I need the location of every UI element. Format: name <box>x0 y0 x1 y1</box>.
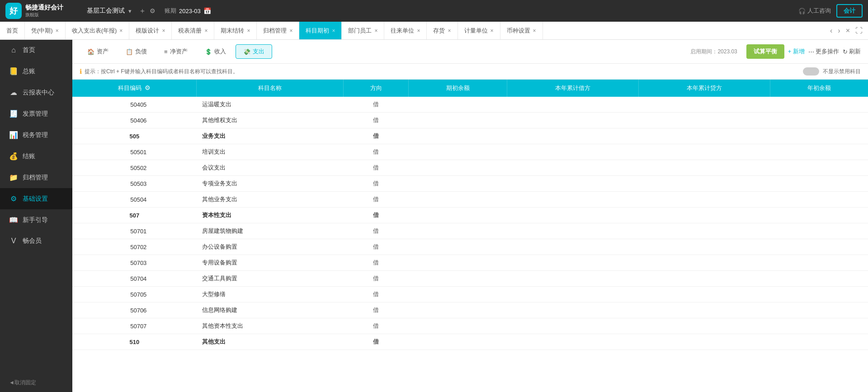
filter-expense-label: 支出 <box>253 47 264 56</box>
col-settings-icon[interactable]: ⚙ <box>145 84 151 91</box>
refresh-button[interactable]: ↻ 刷新 <box>843 47 861 56</box>
tab-unit-close[interactable]: × <box>491 28 494 34</box>
cell-direction: 借 <box>344 334 409 350</box>
sidebar-item-settlement[interactable]: 💰 结账 <box>0 146 72 167</box>
tab-period-end-close[interactable]: × <box>247 28 250 34</box>
table-row[interactable]: 50504 其他业务支出 借 <box>72 192 868 208</box>
tab-archive-close[interactable]: × <box>289 28 292 34</box>
tab-taxform-close[interactable]: × <box>204 28 208 34</box>
more-icon: ⋯ <box>808 48 814 55</box>
collapse-label: ◄取消固定 <box>9 379 36 387</box>
cell-ytd-credit <box>639 223 770 239</box>
table-row[interactable]: 510 其他支出 借 <box>72 334 868 350</box>
tab-voucher[interactable]: 凭(中期) × <box>25 22 66 40</box>
sidebar-collapse-btn[interactable]: ◄取消固定 <box>0 373 72 392</box>
filter-liability[interactable]: 📋 负债 <box>118 44 155 59</box>
help-button[interactable]: 🎧 人工咨询 <box>798 7 831 15</box>
hint-bar: ℹ 提示：按Ctrl + F键并输入科目编码或者科目名称可以查找科目。 不显示禁… <box>72 64 868 80</box>
tab-income-close[interactable]: × <box>119 28 123 34</box>
table-row[interactable]: 50703 专用设备购置 借 <box>72 255 868 271</box>
sidebar-item-tax[interactable]: 📊 税务管理 <box>0 124 72 146</box>
sidebar-item-ledger[interactable]: 📒 总账 <box>0 61 72 82</box>
table-body: 50405 运温暖支出 借 50406 其他维权支出 借 505 业务支出 借 … <box>72 97 868 350</box>
tab-partner-close[interactable]: × <box>417 28 420 34</box>
app-sub: 旗舰版 <box>25 12 63 18</box>
more-actions-button[interactable]: ⋯ 更多操作 <box>808 47 839 56</box>
tab-inventory-label: 存货 <box>433 27 445 35</box>
settings-icon[interactable]: ⚙ <box>150 7 156 14</box>
tab-maximize[interactable]: ⛶ <box>854 26 864 36</box>
table-row[interactable]: 50707 其他资本性支出 借 <box>72 318 868 334</box>
cell-name: 其他业务支出 <box>197 192 344 208</box>
add-button[interactable]: + 新增 <box>788 47 805 56</box>
table-row[interactable]: 50705 大型修缮 借 <box>72 287 868 302</box>
tab-close-all[interactable]: × <box>844 26 852 36</box>
tab-inventory-close[interactable]: × <box>448 28 451 34</box>
cell-ytd-debit <box>507 318 638 334</box>
company-name[interactable]: 基层工会测试 <box>87 7 125 15</box>
tab-scroll-left[interactable]: ‹ <box>828 26 834 36</box>
tab-subject-init-close[interactable]: × <box>332 28 335 34</box>
table-row[interactable]: 50702 办公设备购置 借 <box>72 239 868 255</box>
cell-direction: 借 <box>344 287 409 302</box>
tab-template-close[interactable]: × <box>162 28 165 34</box>
tab-period-end[interactable]: 期末结转 × <box>214 22 257 40</box>
cell-year-start-balance <box>770 302 868 318</box>
tab-template[interactable]: 模版设计 × <box>129 22 172 40</box>
tab-currency[interactable]: 币种设置 × <box>500 22 543 40</box>
table-row[interactable]: 50502 会议支出 借 <box>72 160 868 176</box>
tab-department-close[interactable]: × <box>374 28 377 34</box>
table-row[interactable]: 50503 专项业务支出 借 <box>72 176 868 192</box>
table-row[interactable]: 507 资本性支出 借 <box>72 208 868 223</box>
sidebar-item-cloud-report[interactable]: ☁ 云报表中心 <box>0 82 72 103</box>
table-row[interactable]: 50706 信息网络购建 借 <box>72 302 868 318</box>
filter-income-label: 收入 <box>214 47 226 56</box>
calendar-icon[interactable]: 📅 <box>203 7 211 14</box>
cell-ytd-credit <box>639 192 770 208</box>
account-button[interactable]: 会计 <box>836 4 863 18</box>
sidebar-item-archive[interactable]: 📁 归档管理 <box>0 167 72 188</box>
table-row[interactable]: 505 业务支出 借 <box>72 128 868 144</box>
tab-partner[interactable]: 往来单位 × <box>384 22 427 40</box>
tab-archive[interactable]: 归档管理 × <box>257 22 299 40</box>
net-asset-icon: ≡ <box>164 48 168 55</box>
calc-balance-button[interactable]: 试算平衡 <box>746 44 784 59</box>
period-value[interactable]: 2023-03 <box>179 8 201 14</box>
filter-asset[interactable]: 🏠 资产 <box>80 44 116 59</box>
tab-department[interactable]: 部门员工 × <box>342 22 384 40</box>
tab-subject-init[interactable]: 科目期初 × <box>299 22 342 40</box>
tab-taxform[interactable]: 税表清册 × <box>172 22 214 40</box>
table-row[interactable]: 50406 其他维权支出 借 <box>72 113 868 128</box>
filter-net-asset[interactable]: ≡ 净资产 <box>156 44 195 59</box>
tab-unit[interactable]: 计量单位 × <box>458 22 500 40</box>
table-row[interactable]: 50701 房屋建筑物购建 借 <box>72 223 868 239</box>
cell-code: 50702 <box>72 239 197 255</box>
tab-home[interactable]: 首页 <box>0 22 25 40</box>
table-row[interactable]: 50405 运温暖支出 借 <box>72 97 868 113</box>
tab-inventory[interactable]: 存货 × <box>427 22 458 40</box>
sidebar-item-basic-settings[interactable]: ⚙ 基础设置 <box>0 188 72 209</box>
tab-income[interactable]: 收入支出表(年报) × <box>66 22 130 40</box>
tab-currency-close[interactable]: × <box>533 28 536 34</box>
settlement-icon: 💰 <box>9 152 18 161</box>
cell-code: 50706 <box>72 302 197 318</box>
cell-ytd-debit <box>507 302 638 318</box>
add-company-icon[interactable]: ＋ <box>139 6 146 16</box>
table-row[interactable]: 50704 交通工具购置 借 <box>72 271 868 287</box>
filter-expense[interactable]: 💸 支出 <box>236 44 272 59</box>
tab-voucher-close[interactable]: × <box>56 28 59 34</box>
table-row[interactable]: 50501 培训支出 借 <box>72 144 868 160</box>
cell-name: 业务支出 <box>197 128 344 144</box>
sidebar-item-guide[interactable]: 📖 新手引导 <box>0 209 72 231</box>
toggle-switch[interactable] <box>803 67 819 76</box>
cell-year-start-balance <box>770 192 868 208</box>
cell-year-start-balance <box>770 144 868 160</box>
sidebar-item-invoice[interactable]: 🧾 发票管理 <box>0 103 72 124</box>
filter-income[interactable]: 💲 收入 <box>197 44 234 59</box>
company-dropdown-icon[interactable]: ▾ <box>128 8 132 14</box>
cell-name: 办公设备购置 <box>197 239 344 255</box>
sidebar-item-home[interactable]: ⌂ 首页 <box>0 40 72 61</box>
sidebar-item-member[interactable]: V 畅会员 <box>0 231 72 251</box>
header-right: 🎧 人工咨询 会计 <box>798 4 863 18</box>
tab-scroll-right[interactable]: › <box>836 26 842 36</box>
